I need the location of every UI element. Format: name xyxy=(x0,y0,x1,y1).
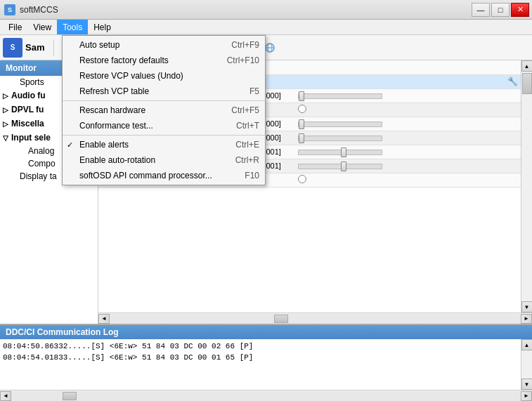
menu-enable-alerts[interactable]: ✓ Enable alerts Ctrl+E xyxy=(63,137,265,152)
title-bar: S softMCCS — □ ✕ xyxy=(0,0,532,20)
radio-f7[interactable] xyxy=(298,175,306,183)
scroll-right-btn[interactable]: ► xyxy=(521,314,532,324)
logo-text: Sam xyxy=(25,42,44,53)
menu-file[interactable]: File xyxy=(3,20,27,34)
close-button[interactable]: ✕ xyxy=(511,3,529,17)
expand-input-icon: ▽ xyxy=(3,134,8,142)
menu-help[interactable]: Help xyxy=(88,20,117,34)
slider-f6[interactable] xyxy=(298,164,382,169)
log-scroll-right-btn[interactable]: ► xyxy=(521,391,532,401)
log-h-scroll-thumb xyxy=(63,392,77,400)
slider-f3[interactable] xyxy=(298,150,382,155)
toolbar-logo: S Sam xyxy=(3,38,44,58)
horizontal-scrollbar[interactable]: ◄ ► xyxy=(98,313,532,324)
menu-bar: File View Tools Help Auto setup Ctrl+F9 … xyxy=(0,20,532,35)
slider-f0[interactable] xyxy=(298,121,382,127)
scroll-up-btn[interactable]: ▲ xyxy=(521,60,533,72)
h-scroll-track xyxy=(110,314,521,324)
maximize-button[interactable]: □ xyxy=(491,3,510,17)
log-area: DDC/CI Communication Log 08:04:50.86332.… xyxy=(0,324,532,401)
menu-rescan[interactable]: Rescan hardware Ctrl+F5 xyxy=(63,103,265,118)
log-content: 08:04:50.86332.....[S] <6E:w> 51 84 03 D… xyxy=(0,339,521,390)
log-scroll-left-btn[interactable]: ◄ xyxy=(0,391,11,401)
menu-auto-setup[interactable]: Auto setup Ctrl+F9 xyxy=(63,37,265,53)
menu-restore-factory[interactable]: Restore factory defaults Ctrl+F10 xyxy=(63,53,265,68)
slider-thumb-e9 xyxy=(299,91,304,101)
scroll-left-btn[interactable]: ◄ xyxy=(98,314,110,324)
expand-miscella-icon: ▷ xyxy=(3,120,8,128)
logo-icon: S xyxy=(3,38,22,58)
log-line-1: 08:04:50.86332.....[S] <6E:w> 51 84 03 D… xyxy=(3,341,518,352)
expand-dpvl-icon: ▷ xyxy=(3,106,8,114)
scroll-down-btn[interactable]: ▼ xyxy=(521,301,533,313)
scroll-thumb xyxy=(522,73,532,94)
slider-f2[interactable] xyxy=(298,136,382,141)
menu-restore-vcp[interactable]: Restore VCP values (Undo) xyxy=(63,68,265,84)
minimize-button[interactable]: — xyxy=(472,3,490,17)
row-f6-control xyxy=(295,159,521,173)
log-scroll-up-btn[interactable]: ▲ xyxy=(521,339,533,350)
row-f0-control xyxy=(295,117,521,131)
title-bar-left: S softMCCS xyxy=(4,4,58,15)
menu-view[interactable]: View xyxy=(27,20,57,34)
log-h-scroll-track xyxy=(11,391,521,401)
menu-refresh-vcp[interactable]: Refresh VCP table F5 xyxy=(63,84,265,99)
slider-thumb-f2 xyxy=(299,133,304,143)
row-e9-control xyxy=(295,88,521,103)
menu-tools[interactable]: Tools xyxy=(57,20,88,34)
title-text: softMCCS xyxy=(20,5,58,15)
log-horizontal-scrollbar[interactable]: ◄ ► xyxy=(0,390,532,401)
tools-dropdown-menu: Auto setup Ctrl+F9 Restore factory defau… xyxy=(62,35,266,185)
separator-2 xyxy=(63,135,265,136)
slider-thumb-f6 xyxy=(341,162,346,171)
menu-softosd[interactable]: softOSD API command processor... F10 xyxy=(63,168,265,183)
slider-thumb-f3 xyxy=(341,147,346,157)
vertical-scrollbar[interactable]: ▲ ▼ xyxy=(521,60,532,313)
log-scroll-down-btn[interactable]: ▼ xyxy=(521,379,533,390)
log-line-2: 08:04:54.01833.....[S] <6E:w> 51 84 03 D… xyxy=(3,352,518,363)
radio-ec[interactable] xyxy=(298,105,306,113)
app-enable-control xyxy=(295,60,521,74)
mfr-wrench-icon[interactable]: 🔧 xyxy=(507,77,518,86)
slider-e9[interactable] xyxy=(298,93,382,99)
menu-enable-rotation[interactable]: Enable auto-rotation Ctrl+R xyxy=(63,152,265,168)
separator-1 xyxy=(63,100,265,101)
log-header: DDC/CI Communication Log xyxy=(0,325,532,339)
menu-conformance[interactable]: Conformance test... Ctrl+T xyxy=(63,118,265,133)
h-scroll-thumb xyxy=(274,315,288,323)
row-f7-control xyxy=(295,173,521,187)
row-f2-control xyxy=(295,131,521,145)
expand-audio-icon: ▷ xyxy=(3,92,8,100)
row-f3-control xyxy=(295,145,521,159)
checkmark-icon: ✓ xyxy=(67,140,73,150)
toolbar-separator-1 xyxy=(53,39,54,56)
title-buttons: — □ ✕ xyxy=(472,3,529,17)
app-icon: S xyxy=(4,4,15,15)
row-ec-control xyxy=(295,103,521,117)
slider-thumb-f0 xyxy=(299,119,304,129)
log-vertical-scrollbar[interactable]: ▲ ▼ xyxy=(521,339,532,390)
